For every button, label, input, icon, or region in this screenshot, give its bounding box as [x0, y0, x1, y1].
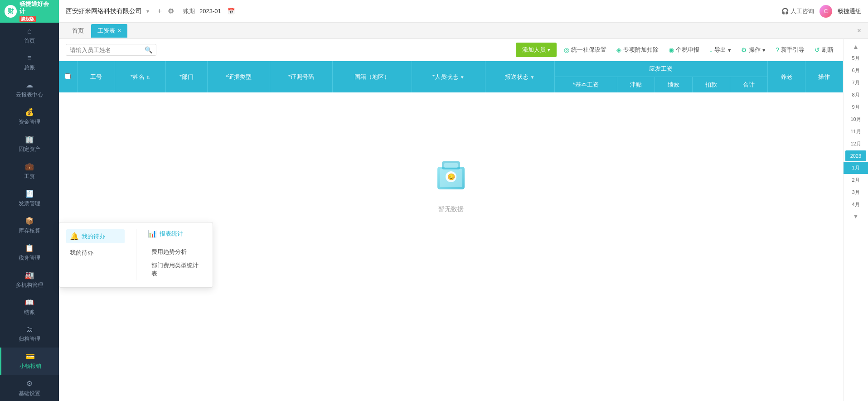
rs-month-2[interactable]: 2月: [844, 174, 868, 186]
search-icon: 🔍: [145, 46, 152, 53]
sidebar-item-assets[interactable]: 🏢 固定资产: [0, 130, 59, 158]
sidebar-item-invoice[interactable]: 🧾 发票管理: [0, 185, 59, 212]
sidebar-item-expenses[interactable]: 💳 小畅报销: [0, 348, 59, 375]
settings-icon: ⚙: [26, 379, 33, 388]
avatar: C: [820, 5, 832, 18]
content-area: 🔍 添加人员 ▾ ◎ 统一社保设置 ◈ 专项附加扣除 ◉ 个税申报: [59, 39, 868, 401]
status-filter-icon: ▼: [460, 75, 465, 80]
special-deduction-button[interactable]: ◈ 专项附加扣除: [614, 46, 661, 54]
add-person-button[interactable]: 添加人员 ▾: [516, 43, 557, 57]
sidebar-item-archive[interactable]: 🗂 归档管理: [0, 321, 59, 348]
add-person-label: 添加人员: [522, 46, 546, 54]
tab-home-label: 首页: [72, 27, 84, 34]
sidebar-item-label: 资金管理: [19, 118, 40, 126]
rs-month-4[interactable]: 4月: [844, 198, 868, 211]
th-action: 操作: [805, 61, 843, 92]
tab-salary[interactable]: 工资表 ×: [91, 24, 127, 38]
th-payable: 应发工资: [554, 61, 767, 77]
invoice-icon: 🧾: [25, 189, 34, 198]
svg-text:😊: 😊: [447, 173, 456, 181]
popup-item-expense-trend[interactable]: 费用趋势分析: [148, 245, 206, 259]
operation-icon: ⚙: [741, 46, 747, 53]
sidebar-item-label: 归档管理: [19, 335, 40, 343]
expenses-icon: 💳: [26, 352, 35, 361]
reports-title-label: 报表统计: [160, 230, 183, 238]
company-settings-icon[interactable]: ⚙: [168, 7, 174, 15]
svg-rect-5: [444, 163, 458, 168]
rs-month-11[interactable]: 11月: [844, 126, 868, 138]
export-button[interactable]: ↓ 导出 ▾: [707, 46, 734, 54]
toolbar: 🔍 添加人员 ▾ ◎ 统一社保设置 ◈ 专项附加扣除 ◉ 个税申报: [59, 39, 843, 61]
operation-chevron-icon: ▾: [762, 47, 766, 53]
operation-button[interactable]: ⚙ 操作 ▾: [738, 46, 768, 54]
th-deduction: 扣款: [692, 77, 730, 93]
sidebar: 财 畅捷通好会计 旗舰版 ⌂ 首页 ≡ 总账 ☁ 云报表中心 💰 资金管理 🏢 …: [0, 0, 59, 401]
rs-month-12[interactable]: 12月: [844, 138, 868, 150]
sidebar-item-salary[interactable]: 💼 工资: [0, 158, 59, 185]
sidebar-item-ledger[interactable]: ≡ 总账: [0, 49, 59, 76]
guide-button[interactable]: ? 新手引导: [773, 46, 807, 54]
popup-menu: 🔔 我的待办 我的待办 📊 报表统计 费用趋势分析 部门费用类型统计表: [59, 222, 213, 288]
search-input[interactable]: [70, 47, 142, 53]
sidebar-item-multi[interactable]: 🏭 多机构管理: [0, 266, 59, 294]
sidebar-item-label: 总账: [24, 64, 35, 72]
tax-declare-icon: ◉: [669, 46, 674, 53]
social-security-button[interactable]: ◎ 统一社保设置: [561, 46, 609, 54]
tax-declare-label: 个税申报: [676, 46, 699, 54]
todo-title-label: 我的待办: [82, 232, 105, 241]
operation-label: 操作: [749, 46, 761, 54]
reports-title-icon: 📊: [148, 229, 157, 238]
sidebar-item-label: 首页: [24, 37, 35, 45]
popup-col-todo-title[interactable]: 🔔 我的待办: [66, 229, 125, 243]
topbar-right: 🎧 人工咨询 C 畅捷通组: [781, 5, 861, 18]
tab-salary-label: 工资表: [97, 27, 115, 35]
sidebar-item-home[interactable]: ⌂ 首页: [0, 23, 59, 49]
sidebar-item-label: 基础设置: [19, 390, 40, 397]
th-report-status[interactable]: 报送状态 ▼: [485, 61, 554, 92]
support-button[interactable]: 🎧 人工咨询: [781, 7, 814, 15]
salary-icon: 💼: [25, 162, 34, 171]
th-base-salary: *基本工资: [554, 77, 617, 93]
sidebar-item-settings[interactable]: ⚙ 基础设置: [0, 375, 59, 401]
archive-icon: 🗂: [26, 325, 33, 333]
rs-month-7[interactable]: 7月: [844, 77, 868, 89]
multi-icon: 🏭: [25, 271, 34, 280]
user-name: 畅捷通组: [838, 7, 861, 15]
th-performance: 绩效: [655, 77, 692, 93]
sidebar-item-tax[interactable]: 📋 税务管理: [0, 239, 59, 266]
sidebar-item-label: 小畅报销: [19, 362, 41, 370]
logo: 财 畅捷通好会计 旗舰版: [0, 0, 59, 23]
empty-illustration: 😊: [428, 153, 474, 198]
calendar-icon[interactable]: 📅: [228, 8, 235, 14]
rs-month-1[interactable]: 1月: [844, 162, 868, 174]
popup-col-reports-title[interactable]: 📊 报表统计: [148, 229, 206, 241]
sidebar-item-label: 结账: [24, 309, 35, 316]
tab-home[interactable]: 首页: [66, 24, 90, 38]
rs-down-icon[interactable]: ▼: [851, 211, 861, 222]
sidebar-item-inventory[interactable]: 📦 库存核算: [0, 212, 59, 239]
tab-close-icon[interactable]: ×: [118, 28, 121, 34]
th-status[interactable]: *人员状态 ▼: [412, 61, 485, 92]
sidebar-item-cloud[interactable]: ☁ 云报表中心: [0, 76, 59, 103]
rs-year-2023[interactable]: 2023: [845, 150, 866, 161]
rs-up-icon[interactable]: ▲: [851, 41, 861, 52]
sidebar-item-close[interactable]: 📖 结账: [0, 294, 59, 321]
main-content: 西安虾米网络科技有限公司 ▾ ＋ ⚙ 账期 2023-01 📅 🎧 人工咨询 C…: [59, 0, 868, 401]
rs-month-9[interactable]: 9月: [844, 101, 868, 113]
window-close-icon[interactable]: ×: [857, 27, 861, 34]
rs-month-10[interactable]: 10月: [844, 113, 868, 126]
rs-month-5[interactable]: 5月: [844, 52, 868, 64]
select-all-checkbox[interactable]: [65, 73, 71, 79]
th-name[interactable]: *姓名 ⇅: [115, 61, 166, 92]
company-dropdown-icon[interactable]: ▾: [146, 8, 149, 14]
rs-month-6[interactable]: 6月: [844, 64, 868, 77]
rs-month-8[interactable]: 8月: [844, 89, 868, 101]
tax-declare-button[interactable]: ◉ 个税申报: [666, 46, 702, 54]
refresh-button[interactable]: ↺ 刷新: [812, 46, 836, 54]
th-checkbox[interactable]: [59, 61, 77, 92]
rs-month-3[interactable]: 3月: [844, 186, 868, 198]
popup-item-dept-expense[interactable]: 部门费用类型统计表: [148, 259, 206, 280]
sidebar-item-funds[interactable]: 💰 资金管理: [0, 103, 59, 130]
add-company-icon[interactable]: ＋: [156, 6, 163, 16]
popup-item-my-todo[interactable]: 我的待办: [66, 246, 125, 260]
